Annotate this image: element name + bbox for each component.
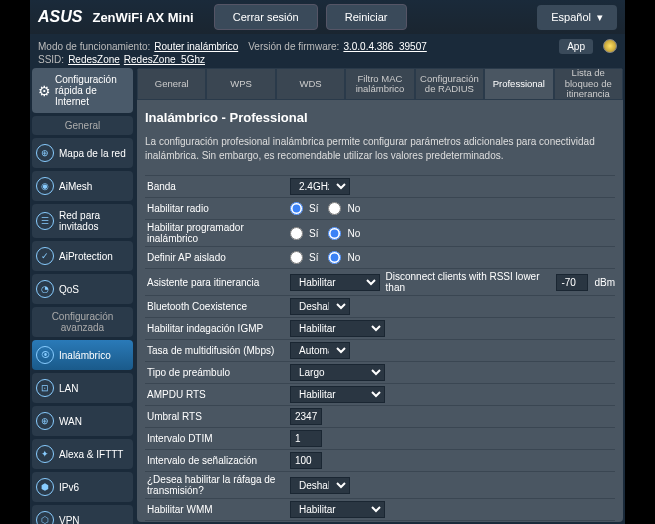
btcoex-select[interactable]: Deshabilitar [290, 298, 350, 315]
qos-icon: ◔ [36, 280, 54, 298]
fw-label: Versión de firmware: [248, 41, 339, 52]
enable-radio-label: Habilitar radio [145, 203, 290, 214]
shield-icon: ✓ [36, 247, 54, 265]
content: General WPS WDS Filtro MAC inalámbrico C… [137, 68, 623, 522]
tab-professional[interactable]: Professional [484, 68, 553, 100]
vpn-icon: ⬡ [36, 511, 54, 524]
band-select[interactable]: 2.4GHz [290, 178, 350, 195]
mesh-icon: ◉ [36, 177, 54, 195]
subtabs: General WPS WDS Filtro MAC inalámbrico C… [137, 68, 623, 100]
alexa-icon: ✦ [36, 445, 54, 463]
sidebar-item-wan[interactable]: ⊕WAN [32, 406, 133, 436]
tab-radius[interactable]: Configuración de RADIUS [415, 68, 484, 100]
btcoex-label: Bluetooth Coexistence [145, 301, 290, 312]
sidebar-item-vpn[interactable]: ⬡VPN [32, 505, 133, 524]
rts-label: Umbral RTS [145, 411, 290, 422]
sidebar-item-aimesh[interactable]: ◉AiMesh [32, 171, 133, 201]
ssid1-link[interactable]: RedesZone [68, 54, 120, 65]
tab-wds[interactable]: WDS [276, 68, 345, 100]
dtim-label: Intervalo DTIM [145, 433, 290, 444]
guest-icon: ☰ [36, 212, 54, 230]
sidebar-item-ipv6[interactable]: ⬢IPv6 [32, 472, 133, 502]
lan-icon: ⊡ [36, 379, 54, 397]
sidebar-item-wireless[interactable]: ⦿Inalámbrico [32, 340, 133, 370]
roaming-label: Asistente para itinerancia [145, 277, 290, 288]
brand-logo: ASUS [38, 8, 82, 26]
enable-radio-yes[interactable] [290, 202, 303, 215]
ipv6-icon: ⬢ [36, 478, 54, 496]
gear-icon: ⚙ [38, 83, 51, 99]
sched-no[interactable] [328, 227, 341, 240]
topbar: ASUS ZenWiFi AX Mini Cerrar sesión Reini… [30, 0, 625, 34]
sidebar-item-map[interactable]: ⊕Mapa de la red [32, 138, 133, 168]
mode-link[interactable]: Router inalámbrico [154, 41, 238, 52]
quick-setup-button[interactable]: ⚙ Configuración rápida de Internet [32, 68, 133, 113]
chevron-down-icon: ▾ [597, 11, 603, 24]
txburst-label: ¿Desea habilitar la ráfaga de transmisió… [145, 474, 290, 496]
ampdurts-select[interactable]: Habilitar [290, 386, 385, 403]
sidebar-item-guest[interactable]: ☰Red para invitados [32, 204, 133, 238]
sidebar-cat-general: General [32, 116, 133, 135]
preamble-label: Tipo de preámbulo [145, 367, 290, 378]
dtim-input[interactable] [290, 430, 322, 447]
map-icon: ⊕ [36, 144, 54, 162]
sidebar-cat-adv: Configuración avanzada [32, 307, 133, 337]
mcast-label: Tasa de multidifusión (Mbps) [145, 345, 290, 356]
status-icon [603, 39, 617, 53]
apiso-yes[interactable] [290, 251, 303, 264]
language-select[interactable]: Español ▾ [537, 5, 617, 30]
sidebar-item-alexa[interactable]: ✦Alexa & IFTTT [32, 439, 133, 469]
wifi-icon: ⦿ [36, 346, 54, 364]
wmm-label: Habilitar WMM [145, 504, 290, 515]
sched-yes[interactable] [290, 227, 303, 240]
sidebar-item-aiprotection[interactable]: ✓AiProtection [32, 241, 133, 271]
igmp-select[interactable]: Habilitar [290, 320, 385, 337]
logout-button[interactable]: Cerrar sesión [214, 4, 318, 30]
model-name: ZenWiFi AX Mini [92, 10, 193, 25]
beacon-label: Intervalo de señalización [145, 455, 290, 466]
roaming-suffix-b: dBm [594, 277, 615, 288]
enable-radio-no[interactable] [328, 202, 341, 215]
txburst-select[interactable]: Deshabilitar [290, 477, 350, 494]
fw-link[interactable]: 3.0.0.4.386_39507 [343, 41, 426, 52]
wmm-select[interactable]: Habilitar [290, 501, 385, 518]
ssid-bar: SSID: RedesZone RedesZone_5Ghz [30, 52, 625, 66]
band-label: Banda [145, 181, 290, 192]
apiso-no[interactable] [328, 251, 341, 264]
apiso-label: Definir AP aislado [145, 252, 290, 263]
rssi-input[interactable] [556, 274, 588, 291]
reboot-button[interactable]: Reiniciar [326, 4, 407, 30]
preamble-select[interactable]: Largo [290, 364, 385, 381]
sidebar: ⚙ Configuración rápida de Internet Gener… [30, 66, 135, 524]
tab-macfilter[interactable]: Filtro MAC inalámbrico [345, 68, 414, 100]
mcast-select[interactable]: Automático [290, 342, 350, 359]
tab-general[interactable]: General [137, 68, 206, 100]
sidebar-item-qos[interactable]: ◔QoS [32, 274, 133, 304]
rts-input[interactable] [290, 408, 322, 425]
ampdurts-label: AMPDU RTS [145, 389, 290, 400]
panel-desc: La configuración profesional inalámbrica… [145, 135, 615, 163]
roaming-select[interactable]: Habilitar [290, 274, 380, 291]
ssid2-link[interactable]: RedesZone_5Ghz [124, 54, 205, 65]
igmp-label: Habilitar indagación IGMP [145, 323, 290, 334]
tab-roaming-blocklist[interactable]: Lista de bloqueo de itinerancia [554, 68, 623, 100]
sched-label: Habilitar programador inalámbrico [145, 222, 290, 244]
roaming-suffix-a: Disconnect clients with RSSI lower than [386, 271, 551, 293]
panel-title: Inalámbrico - Professional [145, 110, 615, 125]
wan-icon: ⊕ [36, 412, 54, 430]
beacon-input[interactable] [290, 452, 322, 469]
tab-wps[interactable]: WPS [206, 68, 275, 100]
mode-label: Modo de funcionamiento: [38, 41, 150, 52]
sidebar-item-lan[interactable]: ⊡LAN [32, 373, 133, 403]
ssid-label: SSID: [38, 54, 64, 65]
